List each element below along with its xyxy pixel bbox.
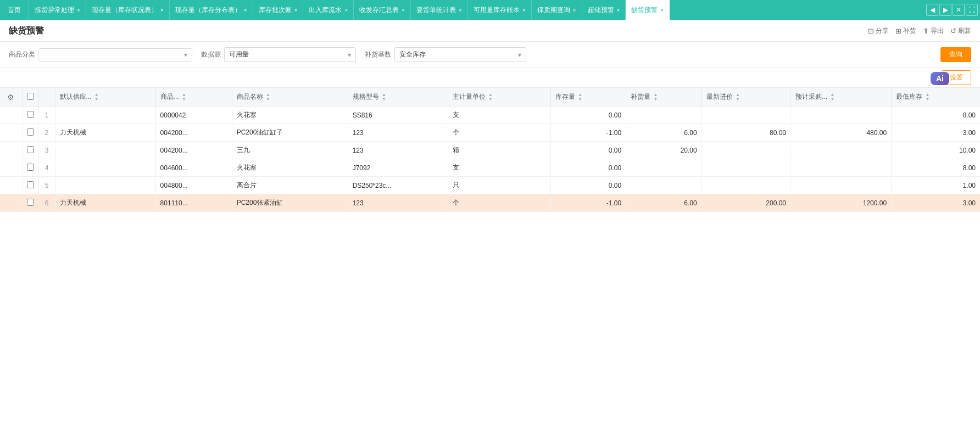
- row-product-name-cell: PC200张紧油缸: [232, 194, 348, 212]
- sort-replenish-qty-icon[interactable]: ▲▼: [654, 93, 658, 102]
- row-est-purchase-cell: [790, 159, 891, 177]
- tab-label-inventory-status: 现存量（库存状况表）: [92, 5, 158, 15]
- tab-label-expiry-query: 保质期查询: [537, 5, 570, 15]
- share-label: 分享: [876, 26, 889, 36]
- tab-close-order-stats[interactable]: ×: [459, 7, 462, 13]
- table-row: 4 004600... 火花塞 J7092 支 0.00 8.00: [0, 159, 980, 177]
- datasource-arrow-icon: ▾: [348, 51, 351, 59]
- sort-latest-price-icon[interactable]: ▲▼: [736, 93, 740, 102]
- tab-batch-account[interactable]: 库存批次账×: [253, 0, 304, 20]
- row-latest-price-cell: [701, 177, 790, 194]
- datasource-select[interactable]: 可用量 ▾: [224, 47, 356, 62]
- tab-order-stats[interactable]: 要货单统计表×: [411, 0, 468, 20]
- row-replenish-qty-cell: 6.00: [626, 124, 701, 142]
- row-checkbox-0[interactable]: [27, 111, 34, 118]
- sort-default-supplier-icon[interactable]: ▲▼: [94, 93, 99, 102]
- row-spec-model-cell: 123: [348, 194, 448, 212]
- sort-product-name-icon[interactable]: ▲▼: [266, 93, 270, 102]
- th-min-stock-label: 最低库存: [896, 93, 922, 100]
- tab-close-in-out-flow[interactable]: ×: [344, 7, 348, 13]
- tab-collect-summary[interactable]: 收发存汇总表×: [354, 0, 411, 20]
- row-min-stock-cell: 10.00: [892, 142, 980, 159]
- tab-close-collect-summary[interactable]: ×: [402, 7, 405, 13]
- tab-home[interactable]: 首页: [0, 0, 29, 20]
- tab-close-btn[interactable]: ✕: [953, 4, 965, 16]
- replenish-label: 补货: [903, 26, 916, 36]
- row-checkbox-1[interactable]: [27, 128, 34, 136]
- tab-prev-btn[interactable]: ◀: [926, 4, 938, 16]
- row-latest-price-cell: [701, 159, 790, 177]
- row-checkbox-5[interactable]: [27, 199, 34, 206]
- replenish-base-arrow-icon: ▾: [518, 51, 521, 59]
- row-checkbox-4[interactable]: [27, 181, 34, 188]
- sort-inventory-icon[interactable]: ▲▼: [578, 93, 582, 102]
- tab-expand-btn[interactable]: ⛶: [966, 4, 978, 16]
- tab-close-inventory-dist[interactable]: ×: [244, 7, 247, 13]
- tab-label-available-ledger: 可用量库存账本: [474, 5, 520, 15]
- tab-close-expiry-query[interactable]: ×: [573, 7, 576, 13]
- row-checkbox-2[interactable]: [27, 146, 34, 153]
- row-min-stock-cell: 1.00: [892, 177, 980, 194]
- tab-in-out-flow[interactable]: 出入库流水×: [303, 0, 354, 20]
- row-num-cell: 5: [38, 177, 55, 194]
- query-button[interactable]: 查询: [940, 47, 971, 62]
- th-default-supplier: 默认供应... ▲▼: [55, 88, 155, 107]
- refresh-button[interactable]: ↺ 刷新: [950, 26, 971, 36]
- table-row: 3 004200... 三九 123 箱 0.00 20.00 10.00: [0, 142, 980, 159]
- share-button[interactable]: ⊡ 分享: [868, 26, 889, 36]
- tab-close-shortage[interactable]: ×: [660, 7, 664, 13]
- replenish-base-select[interactable]: 安全库存 ▾: [394, 47, 526, 62]
- sort-est-purchase-icon[interactable]: ▲▼: [830, 93, 834, 102]
- row-unit-cell: 箱: [448, 142, 550, 159]
- category-filter-group: 商品分类 ▾: [9, 48, 192, 61]
- row-est-purchase-cell: 1200.00: [790, 194, 891, 212]
- th-unit-label: 主计量单位: [453, 93, 486, 100]
- category-label: 商品分类: [9, 50, 35, 59]
- tab-nav-buttons: ◀ ▶ ✕ ⛶: [926, 4, 980, 16]
- export-button[interactable]: ⇑ 导出: [923, 26, 944, 36]
- th-settings: ⚙: [0, 88, 22, 107]
- replenish-button[interactable]: ⊞ 补货: [895, 26, 916, 36]
- tab-expiry-query[interactable]: 保质期查询×: [532, 0, 582, 20]
- replenish-base-value: 安全库存: [399, 50, 426, 59]
- sort-unit-icon[interactable]: ▲▼: [488, 93, 493, 102]
- category-select[interactable]: ▾: [38, 48, 192, 61]
- th-default-supplier-label: 默认供应...: [60, 93, 92, 100]
- tab-close-overstock[interactable]: ×: [617, 7, 620, 13]
- replenish-base-filter-group: 补货基数 安全库存 ▾: [365, 47, 526, 62]
- th-row-num: [38, 88, 55, 107]
- tab-close-batch-account[interactable]: ×: [294, 7, 298, 13]
- row-latest-price-cell: [701, 142, 790, 159]
- row-est-purchase-cell: [790, 107, 891, 124]
- tab-inventory-status[interactable]: 现存量（库存状况表）×: [86, 0, 170, 20]
- tab-next-btn[interactable]: ▶: [939, 4, 951, 16]
- ai-badge[interactable]: Ai: [931, 72, 949, 85]
- table-body: 1 0000042 火花塞 SS816 支 0.00 8.00 2 力天机械 0…: [0, 107, 980, 212]
- sort-spec-model-icon[interactable]: ▲▼: [382, 93, 386, 102]
- tab-label-order-stats: 要货单统计表: [416, 5, 456, 15]
- tab-pick-anomaly[interactable]: 拣货异常处理×: [29, 0, 86, 20]
- sort-product-code-icon[interactable]: ▲▼: [182, 93, 186, 102]
- th-unit: 主计量单位 ▲▼: [448, 88, 550, 107]
- row-checkbox-3[interactable]: [27, 164, 34, 171]
- tab-overstock[interactable]: 超储预警×: [582, 0, 626, 20]
- row-inventory-cell: -1.00: [550, 124, 626, 142]
- row-num-cell: 4: [38, 159, 55, 177]
- select-all-checkbox[interactable]: [27, 93, 34, 100]
- tab-inventory-dist[interactable]: 现存量（库存分布表）×: [170, 0, 253, 20]
- table-settings-icon[interactable]: ⚙: [7, 93, 14, 102]
- tab-close-inventory-status[interactable]: ×: [160, 7, 164, 13]
- tab-available-ledger[interactable]: 可用量库存账本×: [468, 0, 532, 20]
- row-inventory-cell: -1.00: [550, 194, 626, 212]
- replenish-icon: ⊞: [895, 27, 901, 35]
- tab-shortage[interactable]: 缺货预警×: [626, 0, 670, 20]
- filter-actions: 查询: [940, 47, 971, 62]
- tab-close-available-ledger[interactable]: ×: [522, 7, 526, 13]
- row-unit-cell: 个: [448, 124, 550, 142]
- row-replenish-qty-cell: [626, 107, 701, 124]
- row-est-purchase-cell: [790, 142, 891, 159]
- th-replenish-qty: 补货量 ▲▼: [626, 88, 701, 107]
- sort-min-stock-icon[interactable]: ▲▼: [925, 93, 929, 102]
- category-arrow-icon: ▾: [184, 51, 187, 59]
- tab-close-pick-anomaly[interactable]: ×: [77, 7, 80, 13]
